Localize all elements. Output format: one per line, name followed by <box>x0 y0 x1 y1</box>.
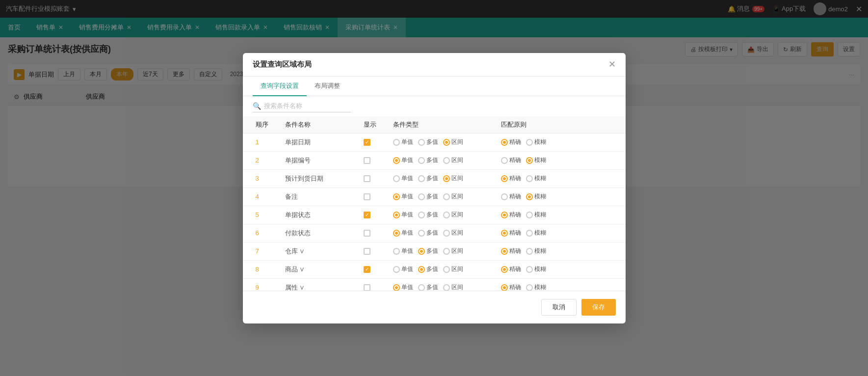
row-3-show[interactable] <box>361 171 390 187</box>
row-9-type-range[interactable]: 区间 <box>443 283 463 291</box>
row-2-checkbox[interactable] <box>364 157 370 164</box>
radio-single[interactable] <box>393 139 400 146</box>
row-3-match-fuzzy[interactable]: 模糊 <box>526 174 546 183</box>
radio-single[interactable] <box>393 193 400 200</box>
radio-single[interactable] <box>393 212 400 218</box>
radio-exact[interactable] <box>501 248 508 255</box>
row-7-match-exact[interactable]: 精确 <box>501 247 521 255</box>
dialog-close-button[interactable]: ✕ <box>608 60 616 69</box>
radio-range[interactable] <box>443 230 450 237</box>
dialog-tab-query-fields[interactable]: 查询字段设置 <box>253 77 307 96</box>
radio-multi[interactable] <box>418 212 425 218</box>
radio-multi[interactable] <box>418 284 425 291</box>
row-8-type-multi[interactable]: 多值 <box>418 265 438 273</box>
radio-single[interactable] <box>393 266 400 273</box>
row-6-type-single[interactable]: 单值 <box>393 229 413 237</box>
row-2-match-exact[interactable]: 精确 <box>501 156 521 164</box>
row-4-type-multi[interactable]: 多值 <box>418 192 438 201</box>
row-5-match-exact[interactable]: 精确 <box>501 211 521 219</box>
radio-fuzzy[interactable] <box>526 193 533 200</box>
radio-range[interactable] <box>443 157 450 164</box>
row-9-show[interactable] <box>361 280 390 291</box>
radio-fuzzy[interactable] <box>526 212 533 218</box>
row-5-type-multi[interactable]: 多值 <box>418 211 438 219</box>
radio-range[interactable] <box>443 139 450 146</box>
row-7-checkbox[interactable] <box>364 248 370 255</box>
row-1-type-multi[interactable]: 多值 <box>418 138 438 146</box>
radio-exact[interactable] <box>501 175 508 182</box>
radio-multi[interactable] <box>418 157 425 164</box>
radio-range[interactable] <box>443 175 450 182</box>
row-3-type-range[interactable]: 区间 <box>443 174 463 183</box>
row-8-match-fuzzy[interactable]: 模糊 <box>526 265 546 273</box>
radio-fuzzy[interactable] <box>526 175 533 182</box>
row-7-show[interactable] <box>361 243 390 259</box>
radio-exact[interactable] <box>501 157 508 164</box>
row-4-match-fuzzy[interactable]: 模糊 <box>526 192 546 201</box>
row-6-show[interactable] <box>361 225 390 241</box>
row-6-type-multi[interactable]: 多值 <box>418 229 438 237</box>
radio-single[interactable] <box>393 230 400 237</box>
row-1-type-single[interactable]: 单值 <box>393 138 413 146</box>
row-5-type-single[interactable]: 单值 <box>393 211 413 219</box>
row-6-match-exact[interactable]: 精确 <box>501 229 521 237</box>
row-4-show[interactable] <box>361 189 390 205</box>
row-2-show[interactable] <box>361 153 390 168</box>
radio-multi[interactable] <box>418 266 425 273</box>
row-1-match-exact[interactable]: 精确 <box>501 138 521 146</box>
radio-exact[interactable] <box>501 212 508 218</box>
radio-single[interactable] <box>393 175 400 182</box>
row-1-show[interactable] <box>361 134 390 150</box>
radio-multi[interactable] <box>418 175 425 182</box>
row-8-match-exact[interactable]: 精确 <box>501 265 521 273</box>
radio-exact[interactable] <box>501 284 508 291</box>
row-7-match-fuzzy[interactable]: 模糊 <box>526 247 546 255</box>
row-2-type-range[interactable]: 区间 <box>443 156 463 164</box>
row-9-checkbox[interactable] <box>364 284 370 291</box>
radio-range[interactable] <box>443 284 450 291</box>
row-3-checkbox[interactable] <box>364 175 370 182</box>
row-8-show[interactable] <box>361 262 390 277</box>
row-9-match-fuzzy[interactable]: 模糊 <box>526 283 546 291</box>
row-8-type-single[interactable]: 单值 <box>393 265 413 273</box>
row-3-type-single[interactable]: 单值 <box>393 174 413 183</box>
radio-fuzzy[interactable] <box>526 139 533 146</box>
row-9-type-multi[interactable]: 多值 <box>418 283 438 291</box>
row-5-show[interactable] <box>361 207 390 223</box>
row-3-match-exact[interactable]: 精确 <box>501 174 521 183</box>
radio-single[interactable] <box>393 248 400 255</box>
radio-exact[interactable] <box>501 139 508 146</box>
row-8-checkbox[interactable] <box>364 266 370 273</box>
radio-range[interactable] <box>443 248 450 255</box>
cancel-button[interactable]: 取消 <box>541 299 577 316</box>
row-2-match-fuzzy[interactable]: 模糊 <box>526 156 546 164</box>
save-button[interactable]: 保存 <box>581 299 616 316</box>
search-input[interactable] <box>264 102 342 109</box>
row-8-type-range[interactable]: 区间 <box>443 265 463 273</box>
row-5-match-fuzzy[interactable]: 模糊 <box>526 211 546 219</box>
row-2-type-multi[interactable]: 多值 <box>418 156 438 164</box>
row-5-checkbox[interactable] <box>364 212 370 218</box>
radio-fuzzy[interactable] <box>526 266 533 273</box>
row-1-checkbox[interactable] <box>364 139 370 146</box>
radio-multi[interactable] <box>418 230 425 237</box>
row-1-type-range[interactable]: 区间 <box>443 138 463 146</box>
row-6-match-fuzzy[interactable]: 模糊 <box>526 229 546 237</box>
radio-range[interactable] <box>443 193 450 200</box>
dialog-tab-layout[interactable]: 布局调整 <box>307 77 348 96</box>
radio-exact[interactable] <box>501 193 508 200</box>
radio-multi[interactable] <box>418 139 425 146</box>
row-4-type-range[interactable]: 区间 <box>443 192 463 201</box>
radio-exact[interactable] <box>501 266 508 273</box>
row-4-match-exact[interactable]: 精确 <box>501 192 521 201</box>
radio-fuzzy[interactable] <box>526 284 533 291</box>
row-7-type-range[interactable]: 区间 <box>443 247 463 255</box>
radio-exact[interactable] <box>501 230 508 237</box>
radio-multi[interactable] <box>418 193 425 200</box>
row-4-checkbox[interactable] <box>364 193 370 200</box>
radio-single[interactable] <box>393 157 400 164</box>
radio-fuzzy[interactable] <box>526 157 533 164</box>
row-2-type-single[interactable]: 单值 <box>393 156 413 164</box>
row-9-match-exact[interactable]: 精确 <box>501 283 521 291</box>
radio-fuzzy[interactable] <box>526 230 533 237</box>
